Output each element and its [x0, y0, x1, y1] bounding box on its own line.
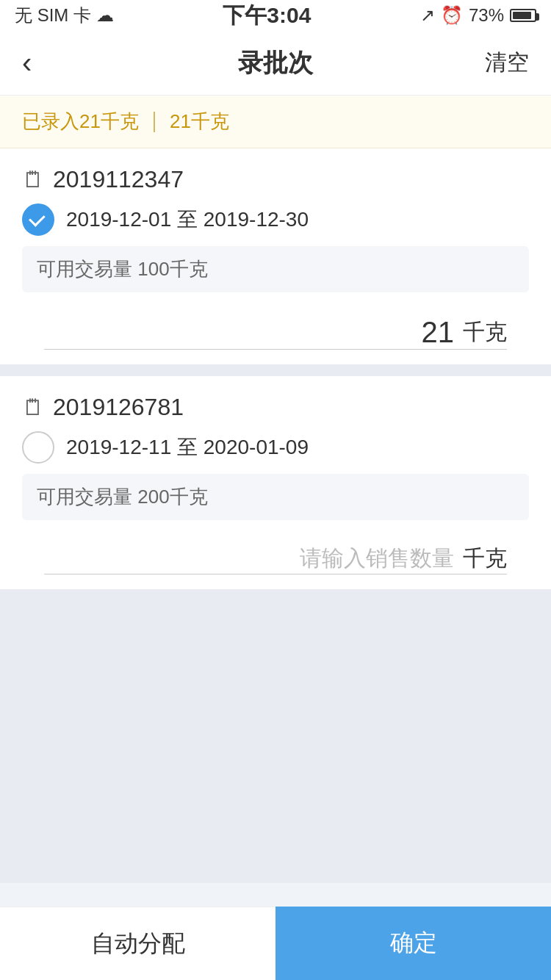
status-right: ↗ ⏰ 73% [420, 5, 536, 26]
batch-1-id: 2019112347 [53, 166, 184, 193]
batch-2-id: 2019126781 [53, 394, 184, 421]
clear-button[interactable]: 清空 [485, 48, 529, 78]
battery-icon [510, 9, 536, 22]
batch-1-date: 2019-12-01 至 2019-12-30 [66, 206, 309, 234]
page-title: 录批次 [238, 46, 313, 80]
batch-1-quantity[interactable]: 21 [366, 316, 454, 349]
recorded-value: 21千克 [170, 109, 229, 134]
status-time: 下午3:04 [223, 1, 311, 31]
batch-1-underline [44, 349, 507, 350]
recorded-label: 已录入21千克 [22, 109, 139, 134]
sim-label: 无 SIM 卡 ☁ [15, 4, 114, 27]
batch-item-1: 🗒 2019112347 2019-12-01 至 2019-12-30 可用交… [0, 148, 551, 364]
batch-1-icon: 🗒 [22, 167, 44, 192]
batch-1-header: 🗒 2019112347 [22, 166, 529, 193]
batch-1-date-row: 2019-12-01 至 2019-12-30 [22, 203, 529, 236]
batch-1-unit: 千克 [463, 317, 507, 347]
info-banner: 已录入21千克 21千克 [0, 96, 551, 148]
batch-2-underline [44, 574, 507, 574]
location-icon: ↗ [420, 5, 435, 26]
battery-label: 73% [469, 5, 504, 26]
batch-2-date: 2019-12-11 至 2020-01-09 [66, 433, 309, 461]
batch-2-radio[interactable] [22, 431, 54, 464]
section-divider-1 [0, 364, 551, 376]
empty-area [0, 589, 551, 883]
content-area: 🗒 2019112347 2019-12-01 至 2019-12-30 可用交… [0, 148, 551, 956]
batch-2-qty-row: 请输入销售数量 千克 [22, 532, 529, 574]
batch-1-available: 可用交易量 100千克 [22, 246, 529, 292]
batch-2-icon: 🗒 [22, 395, 44, 420]
back-button[interactable]: ‹ [22, 46, 66, 79]
batch-2-unit: 千克 [463, 544, 507, 574]
info-divider [154, 112, 155, 132]
batch-1-radio[interactable] [22, 203, 54, 236]
batch-2-date-row: 2019-12-11 至 2020-01-09 [22, 431, 529, 464]
status-left: 无 SIM 卡 ☁ [15, 4, 114, 27]
batch-1-qty-row: 21 千克 [22, 304, 529, 349]
auto-distribute-button[interactable]: 自动分配 [0, 907, 276, 980]
batch-item-2: 🗒 2019126781 2019-12-11 至 2020-01-09 可用交… [0, 376, 551, 589]
nav-bar: ‹ 录批次 清空 [0, 31, 551, 96]
alarm-icon: ⏰ [441, 5, 463, 26]
confirm-button[interactable]: 确定 [276, 907, 551, 980]
batch-2-available: 可用交易量 200千克 [22, 474, 529, 520]
bottom-actions: 自动分配 确定 [0, 907, 551, 980]
batch-2-header: 🗒 2019126781 [22, 394, 529, 421]
status-bar: 无 SIM 卡 ☁ 下午3:04 ↗ ⏰ 73% [0, 0, 551, 31]
batch-2-placeholder: 请输入销售数量 [44, 544, 454, 574]
